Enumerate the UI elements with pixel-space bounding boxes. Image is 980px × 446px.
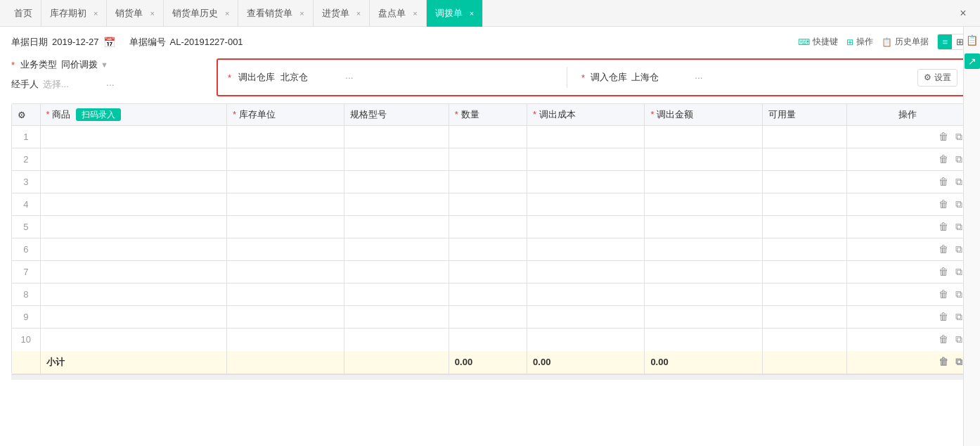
- row-2-copy-icon[interactable]: ⧉: [955, 153, 962, 165]
- handler-more-button[interactable]: ···: [106, 79, 115, 90]
- date-value[interactable]: 2019-12-27: [52, 37, 99, 47]
- row-6-cost[interactable]: [527, 238, 645, 261]
- row-2-unit[interactable]: [227, 148, 344, 171]
- tab-close-transfer[interactable]: ×: [470, 9, 474, 18]
- row-3-cost[interactable]: [527, 171, 645, 193]
- row-8-amount[interactable]: [645, 283, 762, 306]
- source-warehouse-value[interactable]: 北京仓: [281, 71, 337, 84]
- row-6-copy-icon[interactable]: ⧉: [955, 243, 962, 255]
- form-settings-button[interactable]: ⚙ 设置: [917, 69, 958, 87]
- row-1-quantity[interactable]: [449, 126, 527, 148]
- tab-inventory-init[interactable]: 库存期初 ×: [41, 0, 107, 27]
- tab-close-sales-order[interactable]: ×: [150, 9, 154, 18]
- horizontal-scrollbar[interactable]: [11, 374, 969, 380]
- target-warehouse-value[interactable]: 上海仓: [631, 71, 688, 84]
- tab-close-stocktake[interactable]: ×: [413, 9, 417, 18]
- sidebar-export-icon[interactable]: ↗: [965, 53, 980, 69]
- row-4-copy-icon[interactable]: ⧉: [955, 198, 962, 210]
- scan-button[interactable]: 扫码录入: [76, 108, 121, 121]
- tab-close-purchase-order[interactable]: ×: [356, 9, 361, 18]
- row-1-cost[interactable]: [527, 126, 645, 148]
- tab-transfer[interactable]: 调拨单 ×: [427, 0, 483, 27]
- row-2-available[interactable]: [762, 148, 847, 171]
- row-9-copy-icon[interactable]: ⧉: [955, 311, 962, 322]
- row-8-unit[interactable]: [227, 283, 344, 306]
- row-8-available[interactable]: [762, 283, 847, 306]
- row-7-unit[interactable]: [227, 261, 344, 283]
- subtotal-copy-icon[interactable]: ⧉: [955, 356, 962, 367]
- row-4-unit[interactable]: [227, 193, 344, 216]
- row-2-cost[interactable]: [527, 148, 645, 171]
- tab-view-sales[interactable]: 查看销货单 ×: [238, 0, 313, 27]
- row-6-product[interactable]: [40, 238, 227, 261]
- row-4-quantity[interactable]: [449, 193, 527, 216]
- history-button[interactable]: 📋 历史单据: [882, 36, 929, 48]
- tab-close-view-sales[interactable]: ×: [299, 9, 304, 18]
- row-1-product[interactable]: [40, 126, 227, 148]
- row-3-spec[interactable]: [344, 171, 449, 193]
- calendar-icon[interactable]: 📅: [103, 37, 115, 48]
- row-3-copy-icon[interactable]: ⧉: [955, 176, 962, 187]
- row-4-cost[interactable]: [527, 193, 645, 216]
- operations-button[interactable]: ⊞ 操作: [846, 36, 873, 48]
- col-settings-header[interactable]: ⚙: [12, 104, 40, 126]
- row-7-spec[interactable]: [344, 261, 449, 283]
- tab-stocktake[interactable]: 盘点单 ×: [370, 0, 426, 27]
- tab-sales-history[interactable]: 销货单历史 ×: [164, 0, 238, 27]
- row-5-available[interactable]: [762, 216, 847, 238]
- row-2-quantity[interactable]: [449, 148, 527, 171]
- row-7-cost[interactable]: [527, 261, 645, 283]
- window-close-button[interactable]: ×: [952, 2, 974, 25]
- row-5-unit[interactable]: [227, 216, 344, 238]
- sidebar-note-icon[interactable]: 📋: [965, 32, 980, 48]
- row-10-cost[interactable]: [527, 329, 645, 351]
- layout-list-button[interactable]: ≡: [938, 34, 952, 49]
- row-7-quantity[interactable]: [449, 261, 527, 283]
- tab-home[interactable]: 首页: [6, 0, 41, 27]
- row-2-delete-icon[interactable]: 🗑: [939, 153, 948, 165]
- row-1-available[interactable]: [762, 126, 847, 148]
- row-3-quantity[interactable]: [449, 171, 527, 193]
- shortcut-key-button[interactable]: ⌨ 快捷键: [798, 36, 838, 48]
- row-9-spec[interactable]: [344, 306, 449, 329]
- row-10-copy-icon[interactable]: ⧉: [955, 333, 962, 345]
- row-3-product[interactable]: [40, 171, 227, 193]
- row-7-available[interactable]: [762, 261, 847, 283]
- row-8-spec[interactable]: [344, 283, 449, 306]
- row-3-amount[interactable]: [645, 171, 762, 193]
- row-6-delete-icon[interactable]: 🗑: [939, 243, 948, 255]
- tab-purchase-order[interactable]: 进货单 ×: [314, 0, 370, 27]
- row-4-delete-icon[interactable]: 🗑: [939, 198, 948, 210]
- subtotal-delete-icon[interactable]: 🗑: [939, 356, 948, 367]
- row-10-quantity[interactable]: [449, 329, 527, 351]
- row-10-unit[interactable]: [227, 329, 344, 351]
- row-9-amount[interactable]: [645, 306, 762, 329]
- row-1-amount[interactable]: [645, 126, 762, 148]
- row-3-delete-icon[interactable]: 🗑: [939, 176, 948, 187]
- row-5-spec[interactable]: [344, 216, 449, 238]
- row-5-cost[interactable]: [527, 216, 645, 238]
- row-4-spec[interactable]: [344, 193, 449, 216]
- tab-sales-order[interactable]: 销货单 ×: [107, 0, 163, 27]
- row-9-delete-icon[interactable]: 🗑: [939, 311, 948, 322]
- row-7-product[interactable]: [40, 261, 227, 283]
- row-9-available[interactable]: [762, 306, 847, 329]
- row-5-quantity[interactable]: [449, 216, 527, 238]
- row-1-unit[interactable]: [227, 126, 344, 148]
- row-8-delete-icon[interactable]: 🗑: [939, 288, 948, 300]
- row-5-delete-icon[interactable]: 🗑: [939, 221, 948, 232]
- row-7-delete-icon[interactable]: 🗑: [939, 266, 948, 277]
- row-6-unit[interactable]: [227, 238, 344, 261]
- row-2-amount[interactable]: [645, 148, 762, 171]
- row-1-spec[interactable]: [344, 126, 449, 148]
- row-9-product[interactable]: [40, 306, 227, 329]
- business-type-select[interactable]: 同价调拨 ▼: [61, 58, 188, 71]
- row-5-product[interactable]: [40, 216, 227, 238]
- row-2-product[interactable]: [40, 148, 227, 171]
- row-10-product[interactable]: [40, 329, 227, 351]
- tab-close-sales-history[interactable]: ×: [225, 9, 229, 18]
- row-8-quantity[interactable]: [449, 283, 527, 306]
- source-warehouse-more-button[interactable]: ···: [345, 72, 354, 83]
- row-10-spec[interactable]: [344, 329, 449, 351]
- row-9-cost[interactable]: [527, 306, 645, 329]
